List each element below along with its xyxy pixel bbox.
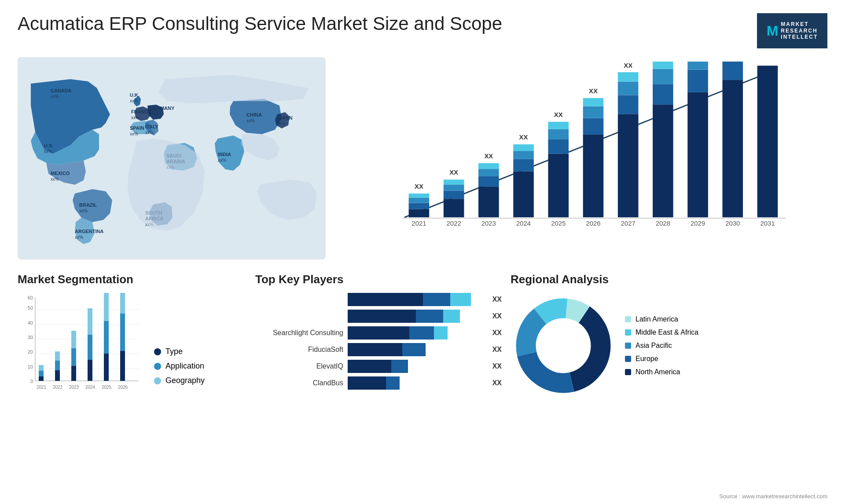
- svg-text:10: 10: [28, 364, 33, 369]
- legend-dot-geography: [154, 377, 161, 384]
- player-val-clandbus: XX: [492, 379, 502, 387]
- svg-rect-54: [548, 154, 569, 217]
- segmentation-title: Market Segmentation: [18, 273, 246, 286]
- svg-text:2026: 2026: [118, 385, 128, 390]
- svg-text:U.K.: U.K.: [130, 92, 140, 98]
- svg-text:INDIA: INDIA: [218, 152, 231, 157]
- svg-text:50: 50: [28, 305, 33, 310]
- seg-chart-area: 0 10 20 30 40 50 60: [18, 293, 246, 398]
- svg-text:2023: 2023: [69, 385, 79, 390]
- svg-text:60: 60: [28, 295, 33, 300]
- svg-rect-49: [513, 172, 534, 217]
- legend-dot-type: [154, 348, 161, 355]
- svg-rect-64: [618, 114, 639, 217]
- svg-text:2029: 2029: [691, 220, 705, 227]
- reg-legend-latin-america: Latin America: [625, 315, 698, 323]
- svg-point-135: [539, 321, 588, 370]
- svg-rect-47: [478, 163, 499, 169]
- logo-line2: RESEARCH: [781, 28, 818, 34]
- svg-rect-70: [653, 84, 673, 105]
- page-title: Acumatica ERP Consulting Service Market …: [18, 13, 502, 34]
- svg-rect-41: [444, 185, 464, 191]
- player-row-searchlight: Searchlight Consulting XX: [255, 326, 502, 340]
- header: Acumatica ERP Consulting Service Market …: [18, 13, 827, 48]
- svg-text:2021: 2021: [411, 220, 426, 227]
- segmentation-section: Market Segmentation 0 10 20 30 40 50: [18, 273, 246, 422]
- svg-text:XX: XX: [554, 111, 563, 118]
- svg-rect-116: [88, 335, 92, 360]
- svg-rect-34: [409, 209, 430, 217]
- reg-legend-europe: Europe: [625, 355, 698, 363]
- players-list: XX XX Searchlight Consulting: [255, 293, 502, 390]
- svg-rect-60: [583, 118, 604, 135]
- svg-text:CHINA: CHINA: [246, 112, 262, 117]
- regional-legend: Latin America Middle East & Africa Asia …: [625, 315, 698, 376]
- logo-line1: MARKET: [781, 21, 818, 27]
- svg-rect-51: [513, 151, 534, 159]
- svg-rect-76: [687, 62, 708, 70]
- svg-text:2031: 2031: [760, 220, 775, 227]
- player-row-elevatiq: ElevatIQ XX: [255, 360, 502, 373]
- svg-text:0: 0: [30, 379, 33, 384]
- top-section: CANADA xx% U.S. xx% MEXICO xx% BRAZIL xx…: [18, 57, 827, 259]
- svg-rect-75: [687, 70, 708, 92]
- regional-section: Regional Analysis: [511, 273, 827, 422]
- legend-dot-application: [154, 363, 161, 370]
- svg-rect-46: [478, 169, 499, 176]
- svg-text:xx%: xx%: [44, 149, 52, 154]
- donut-svg: [511, 293, 616, 398]
- legend-application: Application: [154, 362, 205, 371]
- svg-text:SPAIN: SPAIN: [130, 125, 144, 131]
- key-players-title: Top Key Players: [255, 273, 502, 286]
- player-val-elevatiq: XX: [492, 362, 502, 370]
- svg-text:XX: XX: [624, 62, 632, 69]
- svg-rect-50: [513, 159, 534, 172]
- svg-text:xx%: xx%: [276, 121, 285, 126]
- svg-text:2023: 2023: [481, 220, 496, 227]
- svg-text:2025: 2025: [551, 220, 566, 227]
- seg-chart: 0 10 20 30 40 50 60: [18, 293, 141, 398]
- svg-rect-119: [104, 321, 109, 354]
- svg-rect-113: [71, 348, 76, 366]
- svg-text:40: 40: [28, 320, 33, 325]
- svg-text:xx%: xx%: [130, 131, 138, 136]
- svg-text:xx%: xx%: [145, 130, 154, 135]
- svg-rect-35: [409, 203, 430, 209]
- reg-dot-north-america: [625, 369, 631, 375]
- svg-text:XX: XX: [449, 169, 458, 176]
- svg-text:20: 20: [28, 349, 33, 354]
- svg-rect-107: [39, 371, 44, 376]
- canada-label: CANADA: [51, 88, 72, 93]
- svg-text:2021: 2021: [37, 385, 47, 390]
- svg-text:2026: 2026: [586, 220, 600, 227]
- svg-rect-37: [409, 194, 430, 197]
- svg-rect-77: [722, 80, 743, 217]
- reg-dot-europe: [625, 356, 631, 362]
- player-name-fiduciasoft: FiduciaSoft: [255, 346, 343, 354]
- svg-text:xx%: xx%: [130, 99, 138, 103]
- reg-label-latin-america: Latin America: [636, 315, 678, 323]
- reg-dot-asia-pacific: [625, 343, 631, 349]
- svg-rect-62: [583, 98, 604, 106]
- svg-rect-52: [513, 144, 534, 151]
- svg-rect-40: [444, 191, 464, 199]
- player-bar-elevatiq: [348, 360, 485, 373]
- reg-legend-middle-east: Middle East & Africa: [625, 329, 698, 336]
- svg-rect-36: [409, 197, 430, 203]
- svg-rect-66: [618, 82, 639, 95]
- seg-legend: Type Application Geography: [154, 347, 205, 398]
- svg-rect-65: [618, 95, 639, 114]
- svg-rect-112: [71, 366, 76, 381]
- reg-dot-middle-east: [625, 329, 631, 336]
- svg-text:2028: 2028: [656, 220, 670, 227]
- svg-rect-109: [55, 370, 60, 381]
- map-container: CANADA xx% U.S. xx% MEXICO xx% BRAZIL xx…: [18, 57, 326, 259]
- svg-text:XX: XX: [484, 153, 493, 160]
- svg-rect-44: [478, 186, 499, 217]
- reg-label-asia-pacific: Asia Pacific: [636, 342, 672, 350]
- svg-rect-71: [653, 69, 673, 84]
- svg-text:xx%: xx%: [218, 158, 226, 163]
- svg-rect-69: [653, 105, 673, 217]
- svg-text:xx%: xx%: [246, 118, 255, 123]
- reg-legend-asia-pacific: Asia Pacific: [625, 342, 698, 350]
